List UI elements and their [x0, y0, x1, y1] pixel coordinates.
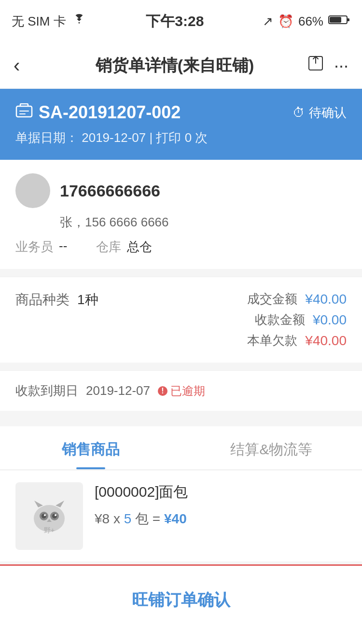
tab-sales-goods[interactable]: 销售商品 [0, 426, 181, 469]
svg-point-13 [44, 514, 46, 516]
product-price: ¥8 x 5 包 = ¥40 [95, 510, 347, 528]
multiply-symbol: x [113, 511, 120, 526]
svg-rect-2 [330, 17, 341, 23]
status-bar: 无 SIM 卡 下午3:28 ↗ ⏰ 66% [0, 0, 362, 42]
product-total: ¥40 [164, 511, 187, 526]
bottom-bar: 旺铺订单确认 [0, 564, 362, 644]
warehouse-item: 仓库 总仓 [96, 238, 152, 255]
salesperson-item: 业务员 -- [15, 238, 67, 255]
salesperson-label: 业务员 [15, 238, 53, 255]
svg-point-12 [52, 514, 57, 518]
product-name: [0000002]面包 [95, 482, 347, 502]
price-per-unit: ¥8 [95, 511, 110, 526]
page-title: 销货单详情(来自旺铺) [42, 55, 307, 77]
amount-value: ¥40.00 [305, 292, 347, 307]
overdue-warning-icon: ! [158, 386, 167, 396]
product-info: [0000002]面包 ¥8 x 5 包 = ¥40 [95, 482, 347, 528]
svg-marker-7 [34, 501, 43, 507]
svg-point-14 [55, 514, 56, 516]
nav-bar: ‹ 销货单详情(来自旺铺) ··· [0, 42, 362, 89]
back-button[interactable]: ‹ [14, 55, 42, 76]
due-section: 收款到期日 2019-12-07 ! 已逾期 [0, 371, 362, 411]
svg-marker-8 [56, 501, 64, 507]
location-icon: ↗ [263, 14, 273, 29]
battery-text: 66% [298, 14, 323, 29]
type-value: 1种 [77, 291, 98, 309]
svg-rect-1 [347, 18, 349, 21]
customer-meta: 业务员 -- 仓库 总仓 [15, 238, 347, 255]
carrier-text: 无 SIM 卡 [12, 13, 66, 30]
summary-section: 商品种类 1种 成交金额 ¥40.00 收款金额 ¥0.00 本单欠款 ¥40.… [0, 277, 362, 363]
alarm-icon: ⏰ [278, 14, 293, 29]
order-type-icon [15, 103, 33, 122]
customer-phone: 17666666666 [60, 182, 160, 200]
overdue-text: 已逾期 [170, 383, 205, 399]
salesperson-value: -- [59, 238, 67, 255]
equals-symbol: = [153, 511, 160, 526]
clock-icon: ⏱ [292, 105, 305, 120]
order-number: SA-20191207-002 [15, 102, 181, 123]
payment-value: ¥0.00 [313, 312, 347, 328]
order-status: ⏱ 待确认 [292, 104, 347, 121]
confirm-order-button[interactable]: 旺铺订单确认 [15, 575, 347, 625]
warehouse-value: 总仓 [127, 238, 152, 255]
owing-row: 本单欠款 ¥40.00 [247, 332, 347, 349]
section-divider [0, 419, 362, 426]
summary-right: 成交金额 ¥40.00 收款金额 ¥0.00 本单欠款 ¥40.00 [247, 291, 347, 349]
more-icon[interactable]: ··· [334, 56, 348, 76]
owing-label: 本单欠款 [247, 332, 297, 349]
unit-label: 包 [135, 511, 149, 526]
tab-settlement[interactable]: 结算&物流等 [181, 426, 362, 469]
type-label: 商品种类 [15, 291, 70, 309]
product-section: 野+ [0000002]面包 ¥8 x 5 包 = ¥40 [0, 471, 362, 561]
payment-row: 收款金额 ¥0.00 [255, 311, 347, 328]
warehouse-label: 仓库 [96, 238, 121, 255]
order-header-card: SA-20191207-002 ⏱ 待确认 单据日期： 2019-12-07 |… [0, 89, 362, 160]
nav-actions: ··· [307, 55, 348, 76]
customer-section: 17666666666 张，156 6666 6666 业务员 -- 仓库 总仓 [0, 160, 362, 269]
svg-point-5 [28, 183, 38, 193]
status-time: 下午3:28 [146, 12, 204, 31]
svg-text:野+: 野+ [44, 526, 55, 534]
status-left: 无 SIM 卡 [12, 13, 87, 30]
customer-row: 17666666666 [15, 173, 347, 208]
summary-left: 商品种类 1种 [15, 291, 98, 309]
due-label: 收款到期日 [15, 382, 78, 399]
svg-point-11 [42, 514, 46, 518]
amount-row: 成交金额 ¥40.00 [247, 291, 347, 308]
customer-name: 张，156 6666 6666 [60, 214, 347, 231]
order-header-top: SA-20191207-002 ⏱ 待确认 [15, 102, 347, 123]
owing-value: ¥40.00 [305, 333, 347, 349]
tabs-section: 销售商品 结算&物流等 [0, 426, 362, 470]
wifi-icon [71, 14, 87, 29]
status-right: ↗ ⏰ 66% [263, 14, 350, 29]
overdue-badge: ! 已逾期 [158, 383, 205, 399]
order-date: 单据日期： 2019-12-07 | 打印 0 次 [15, 129, 347, 146]
product-thumbnail: 野+ [15, 482, 83, 550]
product-quantity: 5 [124, 511, 132, 526]
due-date-value: 2019-12-07 [86, 383, 150, 398]
payment-label: 收款金额 [255, 311, 305, 328]
amount-label: 成交金额 [247, 291, 297, 308]
tabs-row: 销售商品 结算&物流等 [0, 426, 362, 469]
share-icon[interactable] [307, 55, 324, 76]
battery-icon [328, 14, 350, 29]
customer-avatar [15, 173, 50, 208]
